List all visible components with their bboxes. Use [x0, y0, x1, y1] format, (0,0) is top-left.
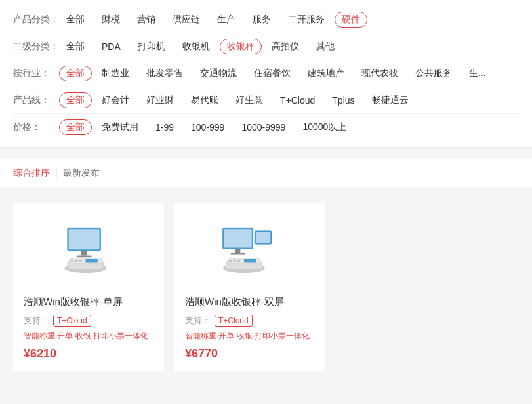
sort-comprehensive[interactable]: 综合排序: [13, 166, 50, 180]
product-card-1[interactable]: 浩顺Win版收银秤-单屏 支持： T+Cloud 智能称重·开单·收银·打印小票…: [13, 203, 164, 371]
product-svg-2: [214, 222, 286, 281]
svg-rect-9: [75, 260, 78, 262]
ind-manufacturing[interactable]: 制造业: [94, 66, 136, 81]
cat-supply[interactable]: 供应链: [165, 12, 207, 28]
sort-bar: 综合排序 | 最新发布: [0, 159, 532, 187]
ind-agriculture[interactable]: 现代农牧: [354, 66, 405, 81]
filter-section: 产品分类： 全部 财税 营销 供应链 生产 服务 二开服务 硬件 二级分类： 全…: [0, 0, 532, 148]
product-svg-1: [52, 222, 125, 281]
product-line-items: 全部 好会计 好业财 易代账 好生意 T+Cloud Tplus 畅捷通云: [59, 92, 416, 108]
ind-hotel[interactable]: 住宿餐饮: [247, 66, 298, 81]
product-category-items: 全部 财税 营销 供应链 生产 服务 二开服务 硬件: [59, 12, 367, 28]
product-desc-1: 智能称重·开单·收银·打印小票一体化: [24, 331, 153, 342]
sub-printer[interactable]: 打印机: [131, 39, 173, 54]
sub-category-row: 二级分类： 全部 PDA 打印机 收银机 收银秤 高拍仪 其他: [13, 33, 519, 60]
svg-rect-2: [81, 251, 87, 255]
sort-divider: |: [55, 168, 58, 178]
svg-rect-16: [231, 253, 245, 255]
industry-label: 按行业：: [13, 68, 59, 79]
product-desc-2: 智能称重·开单·收银·打印小票一体化: [185, 331, 315, 342]
price-row: 价格： 全部 免费试用 1-99 100-999 1000-9999 10000…: [13, 114, 519, 140]
product-support-2: 支持： T+Cloud: [185, 315, 315, 327]
ind-construction[interactable]: 建筑地产: [300, 66, 352, 81]
ind-more[interactable]: 生...: [462, 66, 493, 81]
line-business[interactable]: 好生意: [228, 92, 270, 108]
product-line-label: 产品线：: [13, 94, 59, 106]
product-card-2[interactable]: 浩顺Win版收银秤-双屏 支持： T+Cloud 智能称重·开单·收银·打印小票…: [174, 203, 325, 371]
line-agency[interactable]: 易代账: [184, 92, 226, 108]
product-image-1: [24, 216, 153, 288]
sub-cash-register[interactable]: 收银机: [175, 39, 217, 54]
cat-service[interactable]: 服务: [245, 12, 278, 28]
cat-custom[interactable]: 二开服务: [281, 12, 332, 28]
product-price-2: ¥6770: [185, 347, 315, 361]
price-free[interactable]: 免费试用: [94, 119, 146, 135]
svg-rect-3: [77, 256, 92, 258]
product-line-row: 产品线： 全部 好会计 好业财 易代账 好生意 T+Cloud Tplus 畅捷…: [13, 87, 519, 114]
support-tag-1: T+Cloud: [53, 315, 91, 327]
svg-rect-12: [224, 229, 252, 247]
product-price-1: ¥6210: [24, 347, 153, 361]
svg-rect-15: [235, 249, 240, 253]
divider-1: [0, 148, 532, 153]
line-finance[interactable]: 好业财: [139, 92, 181, 108]
cat-marketing[interactable]: 营销: [130, 12, 163, 28]
sub-camera[interactable]: 高拍仪: [264, 39, 306, 54]
cat-all[interactable]: 全部: [59, 12, 92, 28]
industry-items: 全部 制造业 批发零售 交通物流 住宿餐饮 建筑地产 现代农牧 公共服务 生..…: [59, 66, 493, 81]
price-label: 价格：: [13, 121, 59, 133]
price-items: 全部 免费试用 1-99 100-999 1000-9999 10000以上: [59, 119, 354, 135]
ind-transport[interactable]: 交通物流: [193, 66, 244, 81]
sub-category-label: 二级分类：: [13, 41, 59, 52]
ind-public[interactable]: 公共服务: [408, 66, 459, 81]
svg-rect-10: [79, 260, 82, 262]
svg-rect-7: [85, 259, 97, 263]
divider-2: [0, 187, 532, 192]
cat-finance[interactable]: 财税: [94, 12, 127, 28]
line-all[interactable]: 全部: [59, 92, 92, 108]
product-support-1: 支持： T+Cloud: [24, 315, 153, 327]
svg-rect-21: [229, 260, 232, 262]
ind-all[interactable]: 全部: [59, 66, 92, 81]
line-tcloud[interactable]: T+Cloud: [273, 93, 322, 108]
sub-category-items: 全部 PDA 打印机 收银机 收银秤 高拍仪 其他: [59, 39, 342, 54]
products-area: 浩顺Win版收银秤-单屏 支持： T+Cloud 智能称重·开单·收银·打印小票…: [0, 192, 532, 382]
line-account[interactable]: 好会计: [94, 92, 136, 108]
svg-rect-22: [233, 260, 236, 262]
product-category-row: 产品分类： 全部 财税 营销 供应链 生产 服务 二开服务 硬件: [13, 7, 519, 33]
industry-row: 按行业： 全部 制造业 批发零售 交通物流 住宿餐饮 建筑地产 现代农牧 公共服…: [13, 60, 519, 87]
support-label-1: 支持：: [24, 315, 49, 327]
product-name-2: 浩顺Win版收银秤-双屏: [185, 296, 315, 308]
sub-pda[interactable]: PDA: [94, 39, 128, 54]
product-image-2: [185, 216, 315, 288]
cat-production[interactable]: 生产: [210, 12, 243, 28]
svg-rect-14: [256, 232, 270, 243]
support-label-2: 支持：: [185, 315, 211, 327]
sub-all[interactable]: 全部: [59, 39, 92, 54]
svg-rect-8: [71, 260, 74, 262]
sort-latest[interactable]: 最新发布: [63, 166, 100, 180]
line-tplus[interactable]: Tplus: [325, 93, 361, 108]
price-100-999[interactable]: 100-999: [184, 120, 232, 134]
price-all[interactable]: 全部: [59, 119, 92, 135]
product-name-1: 浩顺Win版收银秤-单屏: [24, 296, 153, 308]
line-changjie[interactable]: 畅捷通云: [365, 92, 416, 108]
price-10000-up[interactable]: 10000以上: [295, 119, 354, 135]
cat-hardware[interactable]: 硬件: [335, 12, 367, 28]
price-1-99[interactable]: 1-99: [148, 120, 181, 134]
support-tag-2: T+Cloud: [215, 315, 253, 327]
sub-other[interactable]: 其他: [309, 39, 342, 54]
sub-cash-scale[interactable]: 收银秤: [220, 39, 262, 54]
price-1000-9999[interactable]: 1000-9999: [234, 120, 293, 134]
svg-rect-20: [244, 259, 256, 263]
svg-rect-23: [237, 260, 241, 262]
product-category-label: 产品分类：: [13, 14, 59, 26]
ind-wholesale[interactable]: 批发零售: [139, 66, 190, 81]
svg-rect-1: [69, 229, 100, 249]
